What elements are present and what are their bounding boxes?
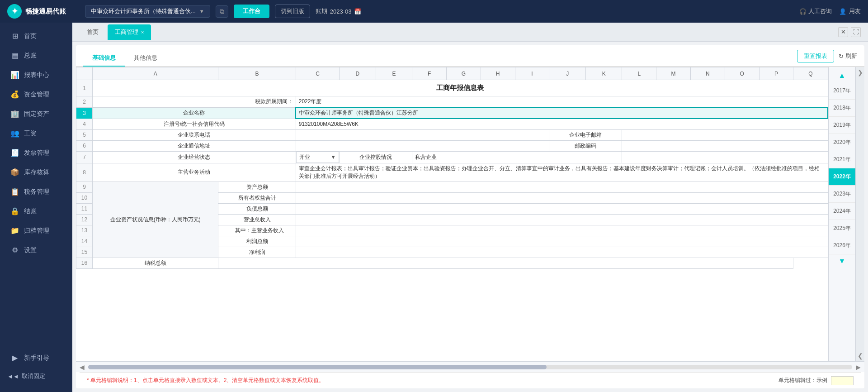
company-name-value[interactable]: 中审众环会计师事务所（特殊普通合伙）江苏分所 bbox=[296, 107, 828, 119]
year-item-2024[interactable]: 2024年 bbox=[829, 203, 855, 220]
liabilities-value[interactable] bbox=[296, 203, 828, 214]
inner-content: 基础信息 其他信息 重置报表 ↻ 刷新 bbox=[76, 45, 864, 388]
col-header-H[interactable]: H bbox=[481, 67, 515, 80]
year-item-2018[interactable]: 2018年 bbox=[829, 100, 855, 117]
year-scroll-up[interactable]: ▲ bbox=[829, 69, 855, 82]
sidebar-item-inventory[interactable]: 📦 库存核算 bbox=[0, 163, 72, 182]
panel-collapse-bottom[interactable]: ❮ bbox=[858, 352, 863, 359]
sidebar-item-reports[interactable]: 📊 报表中心 bbox=[0, 65, 72, 85]
year-item-2020[interactable]: 2020年 bbox=[829, 134, 855, 151]
year-item-2025[interactable]: 2025年 bbox=[829, 220, 855, 237]
tab-close-icon[interactable]: × bbox=[141, 29, 144, 35]
company-selector[interactable]: 中审众环会计师事务所（特殊普通合伙... ▼ bbox=[85, 5, 210, 18]
sidebar-item-archive[interactable]: 📁 归档管理 bbox=[0, 221, 72, 240]
row-number: 7 bbox=[76, 151, 93, 163]
main-layout: ⊞ 首页 ▤ 总账 📊 报表中心 💰 资金管理 🏢 固定资产 👥 工资 🧾 发票… bbox=[0, 23, 868, 392]
biz-status-dropdown[interactable]: 开业▼ bbox=[296, 152, 339, 163]
user-area[interactable]: 👤 用友 bbox=[839, 7, 861, 15]
col-header-I[interactable]: I bbox=[515, 67, 549, 80]
table-row: 5 企业联系电话 企业电子邮箱 bbox=[76, 129, 828, 140]
sidebar-item-assets[interactable]: 🏢 固定资产 bbox=[0, 104, 72, 124]
col-header-B[interactable]: B bbox=[218, 67, 296, 80]
consult-button[interactable]: 🎧 人工咨询 bbox=[799, 7, 832, 15]
col-header-F[interactable]: F bbox=[412, 67, 447, 80]
col-header-Q[interactable]: Q bbox=[793, 67, 828, 80]
sidebar-item-newbie[interactable]: ▶ 新手引导 bbox=[0, 348, 72, 368]
total-profit-label: 利润总额 bbox=[218, 236, 296, 247]
scroll-right-icon[interactable]: ▶ bbox=[856, 363, 861, 371]
address-value[interactable] bbox=[296, 140, 549, 151]
old-version-button[interactable]: 切到旧版 bbox=[275, 5, 310, 18]
sidebar-label-newbie: 新手引导 bbox=[24, 354, 49, 362]
sidebar-item-invoices[interactable]: 🧾 发票管理 bbox=[0, 143, 72, 163]
year-scroll-down[interactable]: ▼ bbox=[829, 254, 855, 268]
sidebar-item-tax[interactable]: 📋 税务管理 bbox=[0, 182, 72, 201]
table-title-cell[interactable]: 工商年报信息表 bbox=[93, 80, 828, 96]
col-header-J[interactable]: J bbox=[549, 67, 586, 80]
calendar-icon[interactable]: 📅 bbox=[354, 8, 361, 15]
collapse-button[interactable]: ◄◄ 取消固定 bbox=[0, 368, 72, 385]
col-header-O[interactable]: O bbox=[725, 67, 759, 80]
col-header-G[interactable]: G bbox=[447, 67, 481, 80]
scroll-left-icon[interactable]: ◀ bbox=[80, 363, 85, 371]
sidebar-item-wages[interactable]: 👥 工资 bbox=[0, 124, 72, 143]
workbench-button[interactable]: 工作台 bbox=[234, 5, 269, 18]
horizontal-scroll-bar[interactable]: ◀ ▶ bbox=[76, 361, 864, 372]
col-header-M[interactable]: M bbox=[656, 67, 691, 80]
sub-tab-basic[interactable]: 基础信息 bbox=[83, 50, 125, 67]
year-item-2022[interactable]: 2022年 bbox=[829, 168, 855, 186]
net-profit-value[interactable] bbox=[296, 247, 828, 258]
close-window-button[interactable]: ✕ bbox=[838, 27, 848, 37]
tab-business-mgmt[interactable]: 工商管理 × bbox=[108, 24, 151, 40]
ownership-value[interactable]: 私营企业 bbox=[412, 151, 622, 163]
postcode-value[interactable] bbox=[622, 140, 828, 151]
col-header-E[interactable]: E bbox=[376, 67, 412, 80]
total-assets-value[interactable] bbox=[296, 182, 828, 192]
home-icon: ⊞ bbox=[10, 32, 19, 40]
sub-tab-other[interactable]: 其他信息 bbox=[125, 50, 166, 67]
sidebar-label-wages: 工资 bbox=[24, 129, 37, 138]
row-number: 15 bbox=[76, 247, 93, 258]
sidebar-item-home[interactable]: ⊞ 首页 bbox=[0, 26, 72, 46]
sidebar-item-settings[interactable]: ⚙ 设置 bbox=[0, 240, 72, 260]
main-biz-label: 主营业务活动 bbox=[93, 163, 296, 182]
sidebar-item-ledger[interactable]: ▤ 总账 bbox=[0, 46, 72, 65]
tax-total-value[interactable] bbox=[218, 258, 793, 268]
col-header-N[interactable]: N bbox=[691, 67, 725, 80]
sub-tab-basic-label: 基础信息 bbox=[92, 54, 116, 61]
tax-period-value[interactable]: 2022年度 bbox=[296, 96, 828, 108]
sidebar-label-reports: 报表中心 bbox=[24, 71, 49, 79]
col-header-P[interactable]: P bbox=[759, 67, 793, 80]
sidebar-item-funds[interactable]: 💰 资金管理 bbox=[0, 85, 72, 104]
col-header-D[interactable]: D bbox=[340, 67, 376, 80]
col-header-C[interactable]: C bbox=[296, 67, 339, 80]
total-revenue-value[interactable] bbox=[296, 214, 828, 225]
main-biz-value[interactable]: 审查企业会计报表；出具审计报告；验证企业资本；出具验资报告；办理企业合开、分立、… bbox=[296, 163, 828, 182]
year-item-2023[interactable]: 2023年 bbox=[829, 186, 855, 203]
closing-icon: 🔒 bbox=[10, 207, 19, 215]
total-profit-value[interactable] bbox=[296, 236, 828, 247]
tab-home[interactable]: 首页 bbox=[80, 24, 106, 40]
year-item-2017[interactable]: 2017年 bbox=[829, 82, 855, 100]
refresh-button[interactable]: ↻ 刷新 bbox=[839, 52, 857, 60]
col-header-A[interactable]: A bbox=[93, 67, 218, 80]
spreadsheet-container[interactable]: A B C D E F G H I J K L bbox=[76, 67, 828, 361]
copy-button[interactable]: ⧉ bbox=[216, 5, 228, 18]
equity-value[interactable] bbox=[296, 192, 828, 203]
email-value[interactable] bbox=[622, 129, 828, 140]
year-item-2021[interactable]: 2021年 bbox=[829, 151, 855, 168]
main-revenue-value[interactable] bbox=[296, 225, 828, 236]
phone-value[interactable] bbox=[296, 129, 549, 140]
reg-code-value[interactable]: 91320100MA208E5W6K bbox=[296, 119, 828, 129]
year-item-2026[interactable]: 2026年 bbox=[829, 237, 855, 254]
col-header-K[interactable]: K bbox=[585, 67, 622, 80]
sidebar-item-closing[interactable]: 🔒 结账 bbox=[0, 201, 72, 221]
col-header-L[interactable]: L bbox=[622, 67, 656, 80]
period-label: 账期 bbox=[316, 7, 327, 15]
expand-window-button[interactable]: ⛶ bbox=[851, 27, 861, 37]
year-item-2019[interactable]: 2019年 bbox=[829, 117, 855, 134]
tax-icon: 📋 bbox=[10, 187, 19, 196]
panel-collapse-top[interactable]: ❯ bbox=[858, 69, 863, 76]
reset-table-button[interactable]: 重置报表 bbox=[797, 50, 834, 62]
tax-period-label: 税款所属期间： bbox=[93, 96, 296, 108]
